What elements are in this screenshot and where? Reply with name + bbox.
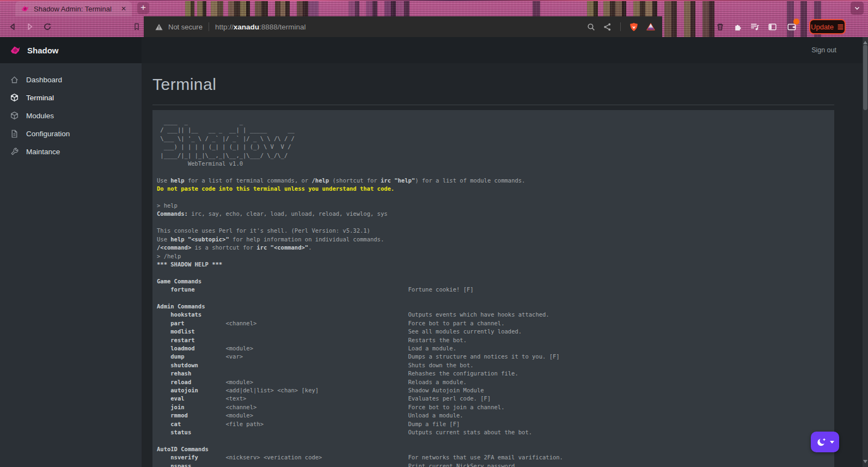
sidebar-item-dashboard[interactable]: Dashboard	[0, 71, 142, 89]
page-title: Terminal	[152, 75, 834, 94]
file-icon	[10, 129, 19, 138]
wrench-icon	[10, 147, 19, 156]
main-area: Terminal ____ _ _ / ___|| |__ __ _ __| |…	[142, 63, 863, 467]
moon-icon	[816, 436, 827, 447]
sidebar-item-configuration[interactable]: Configuration	[0, 125, 142, 143]
bat-triangle-icon[interactable]	[646, 22, 656, 32]
url-host: xanadu	[234, 23, 259, 31]
zoom-icon[interactable]	[586, 22, 596, 32]
wallet-notification-dot	[793, 19, 799, 25]
wallet-button[interactable]	[785, 20, 798, 33]
playlist-icon	[750, 22, 760, 32]
scrollbar-thumb[interactable]	[863, 45, 867, 110]
home-icon	[10, 75, 19, 84]
browser-tab[interactable]: Shadow Admin: Terminal ✕	[15, 1, 132, 16]
update-button[interactable]: Update	[809, 19, 846, 34]
reload-icon	[42, 22, 52, 32]
extensions-button[interactable]	[731, 20, 744, 33]
not-secure-label: Not secure	[168, 23, 203, 31]
bookmark-button[interactable]	[130, 20, 144, 34]
forward-arrow-icon	[25, 22, 35, 32]
trash-icon	[716, 22, 725, 32]
brand-label: Shadow	[27, 46, 59, 55]
shadow-logo-icon	[9, 44, 22, 56]
share-icon[interactable]	[603, 22, 612, 32]
scroll-up-arrow[interactable]	[863, 39, 867, 44]
page-content: Shadow Dashboard Terminal	[0, 37, 868, 467]
sidebar-item-label: Maintance	[26, 148, 60, 156]
terminal-cube-icon	[10, 93, 19, 102]
address-divider	[209, 22, 209, 31]
sidebar: Shadow Dashboard Terminal	[0, 37, 142, 467]
top-header: Sign out	[142, 37, 863, 63]
sidebar-item-label: Dashboard	[26, 76, 62, 84]
terminal-output: ____ _ _ / ___|| |__ __ _ __| | _____ __…	[157, 118, 830, 467]
theme-toggle-button[interactable]	[811, 432, 839, 452]
trash-button[interactable]	[713, 20, 726, 33]
sidebar-toggle-button[interactable]	[766, 20, 779, 33]
package-icon	[10, 111, 19, 120]
puzzle-icon	[733, 22, 742, 32]
page-scrollbar[interactable]	[863, 37, 868, 467]
sidebar-item-terminal[interactable]: Terminal	[0, 89, 142, 107]
sidebar-item-label: Configuration	[26, 130, 70, 138]
title-divider	[152, 105, 834, 105]
back-button[interactable]	[5, 20, 20, 34]
reload-button[interactable]	[40, 20, 54, 34]
tab-close-icon[interactable]: ✕	[120, 5, 127, 13]
url-scheme: http://	[215, 23, 234, 31]
browser-chrome: Shadow Admin: Terminal ✕ +	[0, 0, 868, 37]
bookmark-icon	[132, 22, 141, 32]
sidebar-item-modules[interactable]: Modules	[0, 107, 142, 125]
forward-button[interactable]	[23, 20, 37, 34]
favicon-shadow-icon	[21, 4, 29, 13]
scroll-down-arrow[interactable]	[863, 460, 867, 465]
menu-hamburger-icon	[837, 23, 844, 31]
brand[interactable]: Shadow	[0, 37, 142, 63]
back-arrow-icon	[8, 22, 17, 32]
terminal-panel[interactable]: ____ _ _ / ___|| |__ __ _ __| | _____ __…	[152, 110, 834, 467]
sidebar-nav: Dashboard Terminal Modules	[0, 63, 142, 161]
brave-shield-icon[interactable]	[629, 22, 639, 32]
sidebar-item-maintance[interactable]: Maintance	[0, 143, 142, 161]
tab-title: Shadow Admin: Terminal	[34, 5, 120, 13]
sidebar-item-label: Modules	[26, 112, 54, 120]
address-divider	[620, 22, 621, 31]
chevron-down-icon	[853, 4, 861, 12]
playlist-button[interactable]	[748, 20, 761, 33]
caret-down-icon	[830, 441, 834, 446]
sidebar-item-label: Terminal	[26, 94, 54, 102]
url-text[interactable]: http://xanadu:8888/terminal	[215, 23, 306, 31]
tab-list-chevron-button[interactable]	[851, 2, 864, 15]
url-path: :8888/terminal	[259, 23, 306, 31]
new-tab-button[interactable]: +	[137, 2, 149, 14]
side-panel-icon	[768, 22, 777, 32]
warning-icon	[155, 23, 163, 31]
update-label: Update	[811, 23, 834, 31]
sign-out-link[interactable]: Sign out	[811, 46, 836, 54]
address-bar[interactable]: Not secure http://xanadu:8888/terminal	[144, 16, 662, 37]
browser-toolbar: Not secure http://xanadu:8888/terminal	[0, 16, 868, 37]
